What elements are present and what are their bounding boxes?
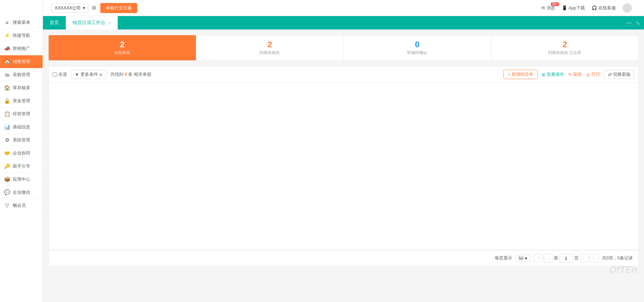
stat-label-all: 全部单据 bbox=[55, 50, 189, 56]
tab-bar-actions: — ⤡ bbox=[626, 20, 644, 26]
last-page-button[interactable]: 》 bbox=[590, 254, 599, 262]
select-all-text: 全选 bbox=[58, 71, 67, 77]
print-label: 打印 bbox=[592, 71, 600, 77]
app-download-label: App下载 bbox=[569, 5, 585, 11]
select-all-label[interactable]: 全选 bbox=[53, 71, 67, 77]
toolbar-left: 全选 ▼ 更多条件 ∨ 共找到 0 条 相关单据 bbox=[53, 70, 151, 79]
sales-icon: 🏠 bbox=[4, 59, 10, 65]
sidebar-item-app-center[interactable]: 📦 应用中心 bbox=[0, 173, 43, 186]
page-prefix: 第 bbox=[554, 255, 558, 261]
chevron-down-icon: ▾ bbox=[83, 5, 85, 10]
sidebar-item-cooperation[interactable]: 🤝 企业协同 bbox=[0, 147, 43, 160]
app-download-button[interactable]: 📱 App下载 bbox=[562, 5, 585, 11]
message-button[interactable]: ✉ 消息 99+ bbox=[541, 5, 555, 11]
stat-number-overdue: 2 bbox=[203, 40, 337, 49]
sidebar-item-vip[interactable]: ▽ 畅会员 bbox=[0, 199, 43, 212]
stat-card-all[interactable]: 2 全部单据 bbox=[49, 35, 196, 60]
print-icon: 🖨 bbox=[586, 72, 590, 77]
sidebar-vip-label: 畅会员 bbox=[13, 202, 26, 208]
sidebar-item-finance[interactable]: 🔒 资金管理 bbox=[0, 95, 43, 108]
sidebar-wecom-label: 企业微信 bbox=[13, 189, 30, 195]
quick-nav-icon: ⚡ bbox=[4, 33, 10, 39]
tab-home[interactable]: 首页 bbox=[43, 16, 66, 29]
stat-label-overdue: 到期未收款 bbox=[203, 50, 337, 56]
tab-work[interactable]: 钱货日清工作台 × bbox=[66, 16, 118, 29]
sidebar-item-purchase[interactable]: 🛍 采购管理 bbox=[0, 68, 43, 81]
sidebar-item-wecom[interactable]: 💬 企业微信 bbox=[0, 186, 43, 199]
found-text: 共找到 0 条 相关单据 bbox=[110, 71, 151, 77]
sidebar-system-label: 系统管理 bbox=[13, 137, 30, 143]
sidebar-item-system[interactable]: ⚙ 系统管理 bbox=[0, 134, 43, 147]
sidebar-cooperation-label: 企业协同 bbox=[13, 150, 30, 156]
online-service-button[interactable]: 🎧 在线客服 bbox=[592, 5, 616, 11]
company-selector[interactable]: XXXXXX公司 ▾ bbox=[51, 3, 89, 13]
marketing-icon: 📣 bbox=[4, 46, 10, 52]
sidebar-purchase-label: 采购管理 bbox=[13, 72, 30, 78]
header-right: ✉ 消息 99+ 📱 App下载 🎧 在线客服 bbox=[541, 3, 639, 13]
operations-icon: 📋 bbox=[4, 111, 10, 117]
per-page-label: 每页显示 bbox=[495, 255, 512, 261]
sidebar-basic-info-label: 基础信息 bbox=[13, 124, 30, 130]
sidebar-item-operations[interactable]: 📋 经营管理 bbox=[0, 108, 43, 121]
system-icon: ⚙ bbox=[4, 137, 10, 143]
switch-label: 切换新版 bbox=[613, 71, 631, 77]
tab-home-label: 首页 bbox=[50, 20, 59, 26]
tab-close-icon[interactable]: × bbox=[109, 20, 111, 25]
app-center-icon: 📦 bbox=[4, 176, 10, 182]
batch-label: 批量操作 bbox=[547, 71, 564, 77]
total-info: 共0页，0条记录 bbox=[602, 255, 633, 261]
sidebar-item-quick-nav[interactable]: ⚡ 快捷导航 bbox=[0, 29, 43, 42]
filter-button[interactable]: ▼ 更多条件 ∨ bbox=[71, 70, 106, 79]
sidebar-app-center-label: 应用中心 bbox=[13, 176, 30, 182]
sidebar-item-marketing[interactable]: 📣 营销推广 bbox=[0, 42, 43, 55]
stat-label-pending: 旺铺待确认 bbox=[351, 50, 484, 56]
stat-label-overdue-out: 到期未收款 已出库 bbox=[498, 50, 632, 56]
batch-ops-button[interactable]: ⊞ 批量操作 bbox=[542, 71, 564, 77]
toolbar-right: + 新增销货单 ⊞ 批量操作 ↻ 刷新 🖨 打印 ⇄ 切换新版 bbox=[503, 70, 634, 79]
trial-button[interactable]: 体验行业方案 bbox=[100, 3, 137, 13]
purchase-icon: 🛍 bbox=[4, 72, 10, 78]
found-prefix: 共找到 bbox=[110, 72, 123, 77]
sidebar-search-label: 搜索菜单 bbox=[13, 19, 30, 25]
service-icon: 🎧 bbox=[592, 5, 597, 10]
company-name: XXXXXX公司 bbox=[55, 5, 81, 11]
sidebar-finance-label: 资金管理 bbox=[13, 98, 30, 104]
sidebar-item-guide[interactable]: 🔑 新手引导 bbox=[0, 160, 43, 173]
tab-minimize-icon[interactable]: — bbox=[626, 20, 632, 26]
search-menu-icon: ≡ bbox=[4, 20, 10, 25]
page-nav: 《 〈 第 页 〉 》 bbox=[534, 254, 599, 262]
print-button[interactable]: 🖨 打印 bbox=[586, 71, 600, 77]
finance-icon: 🔒 bbox=[4, 98, 10, 104]
avatar[interactable] bbox=[623, 3, 632, 13]
stat-card-pending[interactable]: 0 旺铺待确认 bbox=[344, 35, 491, 60]
stat-card-overdue[interactable]: 2 到期未收款 bbox=[196, 35, 344, 60]
filter-icon: ▼ bbox=[75, 72, 79, 77]
new-sale-button[interactable]: + 新增销货单 bbox=[503, 70, 538, 79]
select-all-checkbox[interactable] bbox=[53, 72, 57, 77]
found-unit: 条 bbox=[128, 72, 132, 77]
refresh-button[interactable]: ↻ 刷新 bbox=[568, 71, 582, 77]
guide-icon: 🔑 bbox=[4, 163, 10, 169]
sidebar-item-basic-info[interactable]: 📊 基础信息 bbox=[0, 121, 43, 134]
top-header: 6 畅捷通好生意 标准版 XXXXXX公司 ▾ ⚙ 体验行业方案 ✉ 消息 99… bbox=[0, 0, 644, 16]
per-page-select[interactable]: 50 ▾ bbox=[516, 255, 530, 262]
switch-version-button[interactable]: ⇄ 切换新版 bbox=[604, 70, 634, 79]
tab-maximize-icon[interactable]: ⤡ bbox=[636, 20, 640, 26]
prev-page-button[interactable]: 〈 bbox=[544, 254, 552, 262]
sidebar-item-sales[interactable]: 🏠 销售管理 bbox=[0, 55, 43, 68]
first-page-button[interactable]: 《 bbox=[534, 254, 542, 262]
tab-bar: 首页 钱货日清工作台 × — ⤡ bbox=[43, 16, 644, 29]
sidebar-operations-label: 经营管理 bbox=[13, 111, 30, 117]
table-empty bbox=[49, 83, 638, 234]
next-page-button[interactable]: 〉 bbox=[580, 254, 589, 262]
stat-card-overdue-out[interactable]: 2 到期未收款 已出库 bbox=[491, 35, 638, 60]
sidebar-item-search[interactable]: ≡ 搜索菜单 bbox=[0, 16, 43, 29]
sidebar-inventory-label: 库存核算 bbox=[13, 85, 30, 91]
stat-number-all: 2 bbox=[55, 40, 189, 49]
sidebar: ≡ 搜索菜单 ⚡ 快捷导航 📣 营销推广 🏠 销售管理 🛍 采购管理 🏠 库存核… bbox=[0, 0, 43, 302]
stat-number-overdue-out: 2 bbox=[498, 40, 632, 49]
settings-icon[interactable]: ⚙ bbox=[92, 5, 96, 11]
page-number-input[interactable] bbox=[559, 254, 573, 262]
page-suffix: 页 bbox=[574, 255, 579, 261]
sidebar-item-inventory[interactable]: 🏠 库存核算 bbox=[0, 81, 43, 95]
